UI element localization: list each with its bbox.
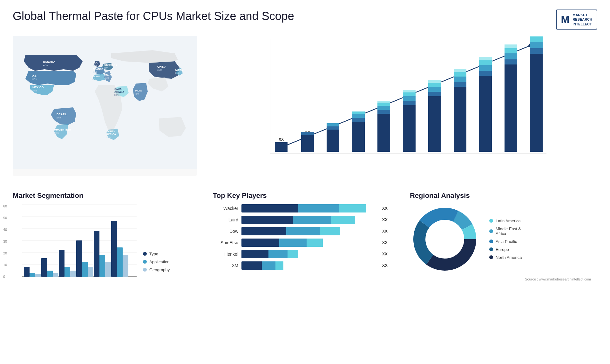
player-name-henkel: Henkel <box>213 252 238 257</box>
application-dot <box>143 260 147 264</box>
svg-text:MEXICO: MEXICO <box>32 86 44 89</box>
player-wacker: Wacker XX <box>213 204 388 212</box>
svg-rect-83 <box>479 65 492 71</box>
legend-north-america: North America <box>489 255 522 260</box>
svg-rect-117 <box>64 267 70 277</box>
svg-text:xx%: xx% <box>175 72 179 74</box>
svg-rect-95 <box>530 54 543 152</box>
svg-text:FRANCE: FRANCE <box>93 68 104 71</box>
player-bar-3m <box>241 261 377 270</box>
svg-rect-67 <box>428 96 441 152</box>
bar-2026: 2026 XX <box>403 90 416 152</box>
player-shinetsu: ShinEtsu XX <box>213 239 388 247</box>
svg-text:ITALY: ITALY <box>105 74 112 77</box>
svg-text:XX: XX <box>279 137 284 142</box>
mea-label: Middle East &Africa <box>496 226 521 236</box>
svg-rect-126 <box>105 262 111 277</box>
seg-bars-wrapper: 60 50 40 30 20 10 0 <box>13 204 137 279</box>
world-map: CANADA xx% U.S. xx% MEXICO xx% BRAZIL xx… <box>13 36 197 176</box>
player-name-3m: 3M <box>213 263 238 268</box>
player-bar-henkel <box>241 250 377 258</box>
player-value-3m: XX <box>382 263 388 268</box>
player-laird: Laird XX <box>213 216 388 224</box>
player-3m: 3M XX <box>213 261 388 270</box>
svg-rect-109 <box>30 273 35 277</box>
svg-rect-120 <box>76 240 82 277</box>
legend-asia-pacific: Asia Pacific <box>489 239 522 244</box>
page-header: Global Thermal Paste for CPUs Market Siz… <box>13 10 597 30</box>
svg-rect-78 <box>454 69 466 72</box>
bar-chart-svg: 2021 XX 2022 XX 2023 XX <box>210 36 597 176</box>
bar-2029: 2029 XX <box>479 57 492 152</box>
player-value-henkel: XX <box>382 252 388 256</box>
seg-chart-svg: 2021 2022 2023 <box>22 204 137 277</box>
la-label: Latin America <box>496 219 521 223</box>
donut-area: Latin America Middle East &Africa Asia P… <box>410 204 591 274</box>
svg-rect-57 <box>377 101 390 103</box>
svg-rect-92 <box>505 44 517 48</box>
svg-rect-125 <box>99 255 105 277</box>
map-svg: CANADA xx% U.S. xx% MEXICO xx% BRAZIL xx… <box>13 36 197 169</box>
na-label: North America <box>496 255 522 260</box>
svg-rect-99 <box>530 36 543 37</box>
ap-dot <box>489 239 493 243</box>
svg-rect-89 <box>505 59 517 64</box>
player-value-shinetsu: XX <box>382 240 388 245</box>
application-label: Application <box>149 260 170 264</box>
svg-rect-121 <box>82 262 88 277</box>
svg-rect-122 <box>88 267 93 277</box>
svg-rect-63 <box>403 92 416 96</box>
svg-rect-116 <box>59 250 64 277</box>
bar-2025: 2025 XX <box>377 101 390 152</box>
svg-text:xx%: xx% <box>93 71 97 73</box>
legend-europe: Europe <box>489 247 522 252</box>
player-dow: Dow XX <box>213 227 388 235</box>
legend-latin-america: Latin America <box>489 219 522 223</box>
bar-2024: 2024 XX <box>352 111 365 152</box>
player-bar-dow <box>241 227 377 235</box>
seg-y-axis: 60 50 40 30 20 10 0 <box>3 204 7 279</box>
svg-rect-108 <box>24 267 30 277</box>
logo-text: MARKET RESEARCH INTELLECT <box>573 13 592 26</box>
svg-text:AFRICA: AFRICA <box>106 133 116 136</box>
svg-rect-75 <box>454 82 466 87</box>
type-label: Type <box>149 252 158 256</box>
geography-dot <box>143 268 147 272</box>
svg-text:JAPAN: JAPAN <box>175 69 183 71</box>
mea-dot <box>489 229 493 233</box>
svg-rect-114 <box>53 273 58 277</box>
svg-rect-76 <box>454 77 466 82</box>
svg-rect-53 <box>377 114 390 152</box>
svg-text:xx%: xx% <box>54 131 59 134</box>
svg-rect-128 <box>111 221 117 277</box>
players-section: Top Key Players Wacker XX Laird XX <box>203 192 397 281</box>
svg-rect-98 <box>530 37 543 42</box>
svg-rect-60 <box>403 105 416 152</box>
ap-label: Asia Pacific <box>496 239 517 244</box>
logo-letter: M <box>561 14 570 25</box>
type-dot <box>143 252 147 256</box>
regional-title: Regional Analysis <box>410 192 591 200</box>
svg-text:xx%: xx% <box>93 64 97 67</box>
player-value-wacker: XX <box>382 206 388 211</box>
svg-rect-39 <box>301 132 314 135</box>
svg-rect-84 <box>479 60 492 65</box>
svg-rect-56 <box>377 103 390 106</box>
bar-2030: 2030 XX <box>505 44 517 152</box>
segmentation-section: Market Segmentation 60 50 40 30 20 10 0 <box>13 192 197 281</box>
svg-rect-113 <box>47 271 53 277</box>
svg-rect-50 <box>352 111 365 114</box>
svg-rect-90 <box>505 53 517 59</box>
svg-text:SPAIN: SPAIN <box>92 75 100 78</box>
page-title: Global Thermal Paste for CPUs Market Siz… <box>13 10 294 23</box>
svg-rect-38 <box>301 135 314 152</box>
svg-rect-85 <box>479 57 492 60</box>
svg-rect-70 <box>428 83 441 87</box>
svg-text:xx%: xx% <box>43 64 48 67</box>
player-bar-laird <box>241 216 377 224</box>
player-bar-wacker <box>241 204 377 212</box>
bar-2027: 2027 XX <box>428 80 441 152</box>
player-value-dow: XX <box>382 229 388 233</box>
content-grid: CANADA xx% U.S. xx% MEXICO xx% BRAZIL xx… <box>13 36 597 281</box>
svg-text:U.S.: U.S. <box>32 74 37 77</box>
